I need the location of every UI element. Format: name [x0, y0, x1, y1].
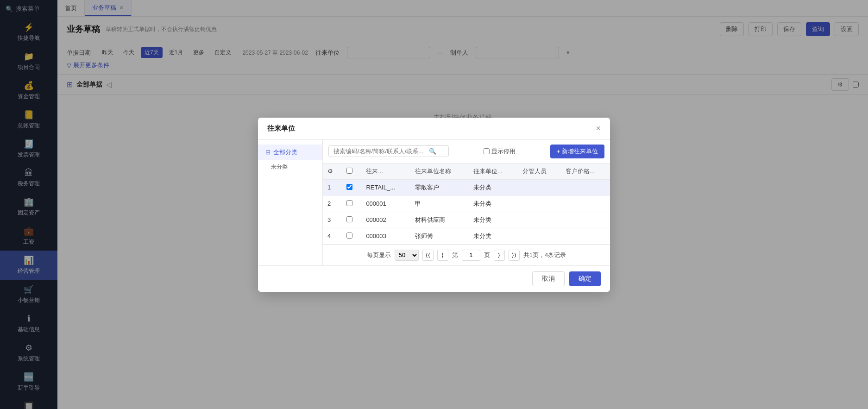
- row-code: 000002: [361, 212, 410, 228]
- add-partner-button[interactable]: + 新增往来单位: [550, 145, 604, 158]
- grid-small-icon: ⊞: [265, 149, 270, 156]
- table-row[interactable]: 3 000002 材料供应商 未分类: [323, 212, 610, 228]
- modal-footer-actions: 取消 确定: [258, 265, 610, 292]
- first-page-button[interactable]: ⟨⟨: [422, 250, 434, 261]
- row-checkbox[interactable]: [342, 195, 361, 212]
- col-manager: 分管人员: [518, 164, 560, 180]
- modal-header: 往来单位 ×: [258, 118, 610, 140]
- modal-title: 往来单位: [267, 124, 295, 133]
- modal-main: 🔍 显示停用 + 新增往来单位 ⚙: [323, 140, 610, 265]
- page-label: 第: [452, 251, 458, 259]
- row-num: 2: [323, 195, 342, 212]
- row-manager: [518, 228, 560, 244]
- row-checkbox[interactable]: [342, 228, 361, 244]
- row-code: RETAIL_...: [361, 179, 410, 195]
- table-row[interactable]: 1 RETAIL_... 零散客户 未分类: [323, 179, 610, 195]
- modal-search-input[interactable]: [333, 148, 426, 155]
- table-row[interactable]: 2 000001 甲 未分类: [323, 195, 610, 212]
- row-checkbox[interactable]: [342, 179, 361, 195]
- row-code: 000003: [361, 228, 410, 244]
- row-name: 甲: [410, 195, 469, 212]
- row-manager: [518, 195, 560, 212]
- row-price: [561, 179, 610, 195]
- col-price: 客户价格...: [561, 164, 610, 180]
- show-disabled-label: 显示停用: [491, 147, 516, 156]
- row-category: 未分类: [469, 228, 518, 244]
- modal-pagination: 每页显示 50 100 ⟨⟨ ⟨ 第 页 ⟩ ⟩⟩ 共1页，4条记录: [323, 245, 610, 265]
- col-code: 往来...: [361, 164, 410, 180]
- row-manager: [518, 179, 560, 195]
- modal-toolbar: 🔍 显示停用 + 新增往来单位: [323, 140, 610, 164]
- per-page-select[interactable]: 50 100: [395, 250, 419, 261]
- row-num: 3: [323, 212, 342, 228]
- prev-page-button[interactable]: ⟨: [437, 250, 448, 261]
- row-category: 未分类: [469, 179, 518, 195]
- row-category: 未分类: [469, 212, 518, 228]
- row-checkbox[interactable]: [342, 212, 361, 228]
- cancel-button[interactable]: 取消: [532, 271, 565, 286]
- show-disabled-checkbox[interactable]: [484, 148, 490, 154]
- modal-sidebar-all-label: 全部分类: [273, 148, 297, 157]
- row-name: 零散客户: [410, 179, 469, 195]
- row-num: 1: [323, 179, 342, 195]
- page-input[interactable]: [462, 250, 480, 261]
- col-checkbox: [342, 164, 361, 180]
- col-name: 往来单位名称: [410, 164, 469, 180]
- page-suffix: 页: [484, 251, 490, 259]
- row-price: [561, 212, 610, 228]
- modal-search-box[interactable]: 🔍: [328, 145, 449, 157]
- modal-table: ⚙ 往来... 往来单位名称 往来单位... 分管人员 客户价格... 1: [323, 164, 610, 245]
- row-name: 张师傅: [410, 228, 469, 244]
- col-settings: ⚙: [323, 164, 342, 180]
- table-row[interactable]: 4 000003 张师傅 未分类: [323, 228, 610, 244]
- modal-sidebar-all[interactable]: ⊞ 全部分类: [258, 145, 322, 160]
- row-category: 未分类: [469, 195, 518, 212]
- row-name: 材料供应商: [410, 212, 469, 228]
- modal-overlay: 往来单位 × ⊞ 全部分类 未分类 🔍: [0, 0, 868, 409]
- per-page-label: 每页显示: [367, 251, 391, 259]
- row-manager: [518, 212, 560, 228]
- total-records: 共1页，4条记录: [523, 251, 566, 259]
- partner-modal: 往来单位 × ⊞ 全部分类 未分类 🔍: [258, 118, 610, 292]
- last-page-button[interactable]: ⟩⟩: [509, 250, 520, 261]
- show-disabled-checkbox-area: 显示停用: [484, 147, 516, 156]
- modal-sidebar-uncategorized-label: 未分类: [271, 164, 288, 170]
- modal-sidebar: ⊞ 全部分类 未分类: [258, 140, 323, 265]
- confirm-button[interactable]: 确定: [569, 271, 601, 286]
- col-category: 往来单位...: [469, 164, 518, 180]
- modal-body: ⊞ 全部分类 未分类 🔍 显示停用: [258, 140, 610, 265]
- row-price: [561, 195, 610, 212]
- row-num: 4: [323, 228, 342, 244]
- search-icon: 🔍: [429, 148, 436, 155]
- row-code: 000001: [361, 195, 410, 212]
- modal-sidebar-uncategorized[interactable]: 未分类: [258, 160, 322, 174]
- modal-close-button[interactable]: ×: [596, 124, 601, 132]
- row-price: [561, 228, 610, 244]
- next-page-button[interactable]: ⟩: [494, 250, 505, 261]
- table-select-all[interactable]: [346, 168, 352, 174]
